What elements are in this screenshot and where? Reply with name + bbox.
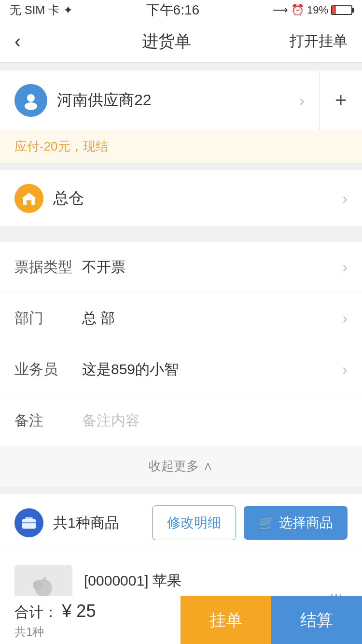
product-name: [0000001] 苹果	[84, 571, 325, 591]
remark-label: 备注	[14, 411, 82, 431]
location-icon: ⟶	[273, 4, 288, 16]
total-amount-display: 合计： ¥ 25	[14, 601, 166, 622]
add-supplier-button[interactable]: +	[320, 70, 362, 130]
department-label: 部门	[14, 308, 82, 328]
svg-point-1	[25, 102, 37, 110]
product-title: 苹果	[153, 573, 181, 588]
supplier-chevron-icon: ›	[299, 92, 305, 110]
product-code: [0000001]	[84, 573, 148, 588]
page-title: 进货单	[142, 30, 191, 53]
battery-label: 19%	[307, 4, 328, 16]
pending-button[interactable]: 挂单	[181, 596, 271, 644]
warehouse-icon	[14, 184, 43, 213]
salesperson-chevron-icon: ›	[342, 361, 348, 378]
warehouse-row[interactable]: 总仓 ›	[0, 170, 362, 226]
battery-icon	[331, 5, 352, 15]
svg-point-0	[27, 94, 35, 102]
total-label: 合计：	[14, 604, 58, 620]
collapse-button[interactable]: 收起更多 ∧	[0, 446, 362, 486]
settle-button[interactable]: 结算	[271, 596, 362, 644]
svg-point-9	[33, 580, 42, 590]
select-product-button[interactable]: 🛒 选择商品	[244, 506, 348, 540]
svg-rect-4	[27, 200, 31, 205]
salesperson-value: 这是859的小智	[82, 360, 342, 379]
form-section: 票据类型 不开票 › 部门 总 部 › 业务员 这是859的小智 › 备注 备注…	[0, 242, 362, 446]
invoice-chevron-icon: ›	[342, 258, 348, 276]
svg-marker-3	[22, 193, 36, 198]
nav-bar: ‹ 进货单 打开挂单	[0, 20, 362, 63]
alarm-icon: ⏰	[291, 4, 304, 16]
supplier-avatar	[14, 84, 47, 117]
products-count: 共1种商品	[53, 513, 152, 533]
notice-banner: 应付-20元，现结	[0, 130, 362, 163]
invoice-row[interactable]: 票据类型 不开票 ›	[0, 242, 362, 293]
sim-label: 无 SIM 卡 ✦	[10, 2, 73, 18]
remark-row[interactable]: 备注 备注内容	[0, 395, 362, 446]
salesperson-row[interactable]: 业务员 这是859的小智 ›	[0, 344, 362, 395]
battery-fill	[332, 6, 336, 14]
remark-input[interactable]: 备注内容	[82, 411, 348, 431]
department-chevron-icon: ›	[342, 309, 348, 327]
warehouse-name: 总仓	[53, 188, 342, 209]
products-icon	[14, 508, 43, 537]
products-header: 共1种商品 修改明细 🛒 选择商品	[0, 494, 362, 552]
warehouse-chevron-icon: ›	[342, 190, 348, 208]
supplier-name: 河南供应商22	[57, 90, 299, 111]
salesperson-label: 业务员	[14, 360, 82, 379]
supplier-section: 河南供应商22 › +	[0, 70, 362, 130]
total-amount: ¥ 25	[62, 601, 96, 621]
department-row[interactable]: 部门 总 部 ›	[0, 293, 362, 344]
department-value: 总 部	[82, 308, 342, 328]
svg-rect-5	[22, 519, 36, 529]
supplier-selector[interactable]: 河南供应商22 ›	[0, 70, 320, 130]
main-content: 河南供应商22 › + 应付-20元，现结 总仓 › 票据类型 不开票 › 部门…	[0, 63, 362, 644]
edit-detail-button[interactable]: 修改明细	[152, 505, 236, 540]
footer-total: 合计： ¥ 25 共1种	[0, 596, 181, 644]
invoice-value: 不开票	[82, 257, 342, 277]
status-bar: 无 SIM 卡 ✦ 下午6:16 ⟶ ⏰ 19%	[0, 0, 362, 20]
open-pending-button[interactable]: 打开挂单	[290, 31, 348, 51]
select-product-label: 选择商品	[279, 514, 333, 532]
status-right: ⟶ ⏰ 19%	[273, 4, 352, 16]
invoice-label: 票据类型	[14, 257, 82, 277]
back-button[interactable]: ‹	[14, 30, 43, 52]
total-sub: 共1种	[14, 624, 166, 640]
status-time: 下午6:16	[146, 1, 200, 19]
svg-rect-6	[25, 517, 33, 520]
status-left: 无 SIM 卡 ✦	[10, 2, 73, 18]
footer: 合计： ¥ 25 共1种 挂单 结算	[0, 596, 362, 644]
cart-icon: 🛒	[258, 515, 275, 531]
